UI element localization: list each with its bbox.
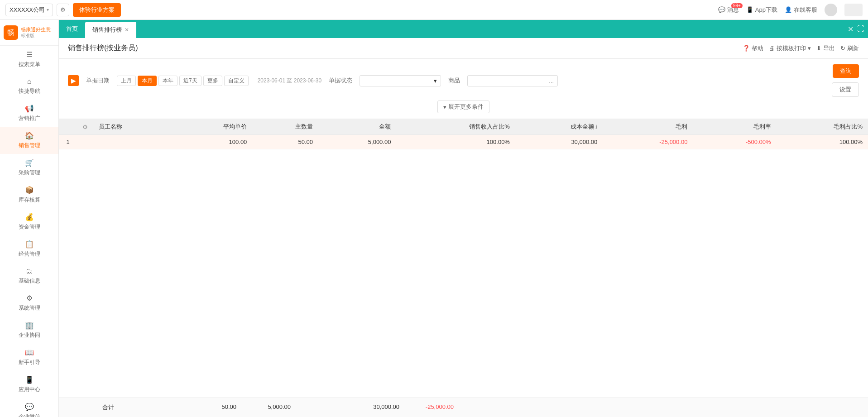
sales-icon: 🏠 <box>25 131 34 140</box>
sidebar-item-label: 快捷导航 <box>19 87 40 95</box>
cell-amount: 5,000.00 <box>318 135 396 149</box>
sidebar-item-guide[interactable]: 📖 新手引导 <box>0 344 58 371</box>
date-btn-current-month[interactable]: 本月 <box>138 76 157 86</box>
goods-input[interactable]: ... <box>467 75 558 86</box>
sidebar-item-label: 搜索菜单 <box>19 61 40 68</box>
date-range-display: 2023-06-01 至 2023-06-30 <box>258 77 321 85</box>
expand-conditions-button[interactable]: ▾ 展开更多条件 <box>437 101 489 113</box>
print-icon: 🖨 <box>769 45 775 52</box>
col-settings-icon[interactable]: ⚙ <box>82 124 88 130</box>
avatar[interactable] <box>825 4 837 16</box>
sidebar-item-purchase[interactable]: 🛒 采购管理 <box>0 154 58 181</box>
col-main-qty: 主数量 <box>252 119 318 135</box>
footer-main-qty: 50.00 <box>197 402 242 413</box>
sidebar-item-label: 企业微信 <box>19 413 40 417</box>
col-profit: 毛利 <box>603 119 693 135</box>
date-btn-custom[interactable]: 自定义 <box>224 76 249 86</box>
sidebar-item-label: 企业协同 <box>19 331 40 339</box>
tab-sales-rank[interactable]: 销售排行榜 ✕ <box>85 22 136 38</box>
app-icon: 📱 <box>746 6 753 13</box>
logo-icon: 畅 <box>4 25 18 40</box>
message-button[interactable]: 💬 消息 99+ <box>718 6 739 14</box>
date-btn-current-year[interactable]: 本年 <box>158 76 177 86</box>
status-select[interactable]: ▾ <box>360 75 441 86</box>
table-footer: 合计 50.00 5,000.00 30,000.00 -25,000.00 <box>59 398 868 417</box>
print-label: 按模板打印 <box>777 44 806 53</box>
goods-more-icon[interactable]: ... <box>549 77 554 84</box>
date-btn-last7days[interactable]: 近7天 <box>179 76 201 86</box>
footer-label: 合计 <box>97 402 151 413</box>
app-center-icon: 📱 <box>25 375 34 384</box>
date-btn-more[interactable]: 更多 <box>203 76 222 86</box>
sidebar-item-sales[interactable]: 🏠 销售管理 <box>0 127 58 154</box>
col-settings[interactable]: ⚙ <box>77 119 93 135</box>
sidebar-item-system[interactable]: ⚙ 系统管理 <box>0 289 58 316</box>
status-filter-label: 单据状态 <box>329 77 352 85</box>
sidebar-item-app-center[interactable]: 📱 应用中心 <box>0 371 58 398</box>
help-button[interactable]: ❓ 帮助 <box>743 44 763 53</box>
export-button[interactable]: ⬇ 导出 <box>816 44 835 53</box>
query-button[interactable]: 查询 <box>833 64 859 78</box>
col-profit-rate: 毛利率 <box>693 119 776 135</box>
footer-empty <box>64 402 97 413</box>
filter-settings-button[interactable]: 设置 <box>832 82 859 97</box>
inventory-icon: 📦 <box>25 186 34 194</box>
company-name: XXXXXX公司 <box>10 6 45 14</box>
col-avg-price: 平均单价 <box>173 119 253 135</box>
cell-profit-pct: 100.00% <box>777 135 868 149</box>
tab-close-all-icon[interactable]: ✕ <box>848 25 854 34</box>
enterprise-icon: 🏢 <box>25 321 34 330</box>
filter-row: ▶ 单据日期 上月 本月 本年 近7天 更多 自定义 2023-06-01 至 … <box>68 64 859 97</box>
online-service-button[interactable]: 👤 在线客服 <box>785 6 817 14</box>
filter-toggle-button[interactable]: ▶ <box>68 75 79 86</box>
footer-cost: 30,000.00 <box>350 402 405 413</box>
sidebar-item-label: 新手引导 <box>19 359 40 366</box>
export-icon: ⬇ <box>816 45 821 52</box>
sidebar-item-inventory[interactable]: 📦 库存核算 <box>0 181 58 208</box>
company-selector[interactable]: XXXXXX公司 ▾ <box>5 4 53 16</box>
tab-close-icon[interactable]: ✕ <box>125 27 129 33</box>
cell-sales-pct: 100.00% <box>396 135 515 149</box>
refresh-button[interactable]: ↻ 刷新 <box>840 44 859 53</box>
service-icon: 👤 <box>785 6 792 13</box>
sidebar-item-label: 基础信息 <box>19 277 40 285</box>
tab-home[interactable]: 首页 <box>59 20 85 38</box>
col-cost: 成本全额 ℹ <box>515 119 603 135</box>
filter-area: ▶ 单据日期 上月 本月 本年 近7天 更多 自定义 2023-06-01 至 … <box>59 59 868 119</box>
sidebar-item-quick-nav[interactable]: ⌂ 快捷导航 <box>0 73 58 100</box>
tab-fullscreen-icon[interactable]: ⛶ <box>857 25 864 33</box>
print-button[interactable]: 🖨 按模板打印 ▾ <box>769 44 811 53</box>
sidebar-item-operations[interactable]: 📋 经营管理 <box>0 235 58 263</box>
footer-profit: -25,000.00 <box>405 402 459 413</box>
help-icon: ❓ <box>743 45 750 52</box>
sidebar-item-wechat[interactable]: 💬 企业微信 <box>0 398 58 417</box>
app-download-button[interactable]: 📱 App下载 <box>746 6 777 14</box>
table-row[interactable]: 1 100.00 50.00 5,000.00 100.00% 30,000.0… <box>59 135 868 149</box>
table-wrapper: ⚙ 员工名称 平均单价 主数量 全额 销售收入占比% 成本全额 ℹ 毛利 毛利率 <box>59 119 868 398</box>
col-amount: 全额 <box>318 119 396 135</box>
sidebar-item-search-order[interactable]: ☰ 搜索菜单 <box>0 46 58 73</box>
sidebar-item-label: 库存核算 <box>19 196 40 204</box>
service-label: 在线客服 <box>794 6 817 14</box>
tab-bar: 首页 销售排行榜 ✕ ✕ ⛶ <box>59 20 868 38</box>
table-area: ⚙ 员工名称 平均单价 主数量 全额 销售收入占比% 成本全额 ℹ 毛利 毛利率 <box>59 119 868 417</box>
chevron-down-icon: ▾ <box>47 7 49 12</box>
col-rank <box>59 119 77 135</box>
wechat-icon: 💬 <box>25 403 34 411</box>
sidebar-item-basic-info[interactable]: 🗂 基础信息 <box>0 263 58 289</box>
status-select-chevron: ▾ <box>434 77 437 84</box>
refresh-icon: ↻ <box>840 45 845 52</box>
sidebar-item-enterprise[interactable]: 🏢 企业协同 <box>0 316 58 344</box>
trial-button[interactable]: 体验行业方案 <box>73 3 121 17</box>
system-icon: ⚙ <box>26 294 33 302</box>
settings-icon[interactable]: ⚙ <box>57 4 69 16</box>
guide-icon: 📖 <box>25 348 34 357</box>
quick-nav-icon: ⌂ <box>27 77 32 86</box>
logo-text: 畅康通好生意 <box>21 26 51 33</box>
cell-cost: 30,000.00 <box>515 135 603 149</box>
cell-profit: -25,000.00 <box>603 135 693 149</box>
sidebar-item-marketing[interactable]: 📢 营销推广 <box>0 100 58 127</box>
date-btn-prev-month[interactable]: 上月 <box>117 76 136 86</box>
tab-bar-right: ✕ ⛶ <box>848 25 868 34</box>
sidebar-item-finance[interactable]: 💰 资金管理 <box>0 208 58 235</box>
